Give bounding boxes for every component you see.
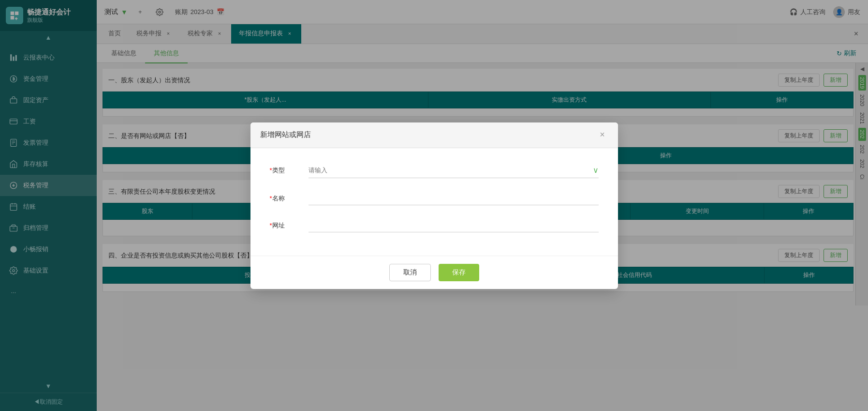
save-button[interactable]: 保存 (439, 264, 479, 281)
modal-overlay: 新增网站或网店 × *类型 ∨ *名称 (0, 0, 868, 411)
form-label-type: *类型 (270, 166, 309, 175)
form-label-url: *网址 (270, 221, 309, 230)
form-control-url[interactable] (309, 219, 599, 232)
modal-body: *类型 ∨ *名称 *网址 (250, 148, 618, 256)
dropdown-arrow-type: ∨ (593, 166, 599, 175)
modal-dialog: 新增网站或网店 × *类型 ∨ *名称 (250, 122, 618, 289)
form-control-name[interactable] (309, 192, 599, 205)
url-input[interactable] (309, 222, 599, 229)
modal-title: 新增网站或网店 (260, 130, 311, 139)
modal-footer: 取消 保存 (250, 256, 618, 289)
form-row-name: *名称 (270, 192, 599, 205)
form-row-url: *网址 (270, 219, 599, 232)
form-control-type[interactable]: ∨ (309, 163, 599, 178)
form-row-type: *类型 ∨ (270, 163, 599, 178)
modal-header: 新增网站或网店 × (250, 122, 618, 148)
type-input[interactable] (309, 167, 593, 174)
name-input[interactable] (309, 195, 599, 202)
form-label-name: *名称 (270, 194, 309, 203)
modal-close-btn[interactable]: × (597, 129, 608, 141)
cancel-button[interactable]: 取消 (389, 264, 431, 281)
